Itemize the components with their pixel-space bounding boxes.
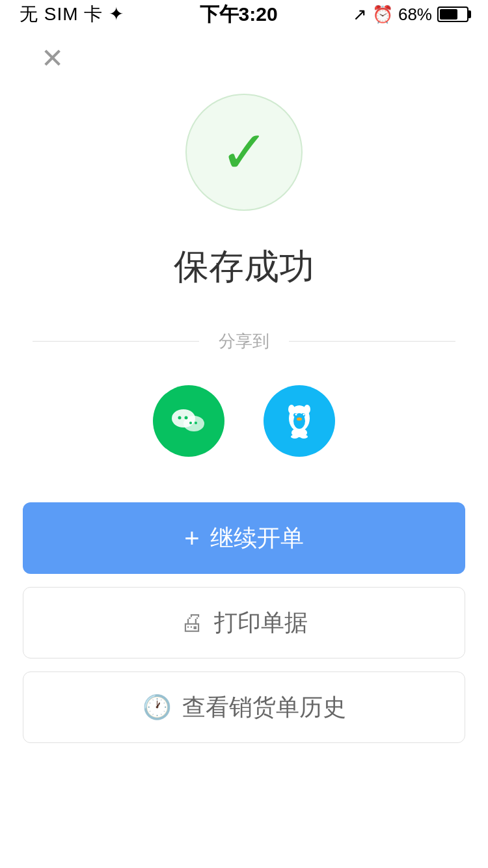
battery-tip [468,10,471,18]
status-time: 下午3:20 [200,1,278,28]
svg-point-4 [189,422,192,424]
svg-point-14 [303,414,305,416]
buttons-container: + 继续开单 🖨 打印单据 🕐 查看销货单历史 [23,502,465,743]
status-bar: 无 SIM 卡 ✦ 下午3:20 ↗ ⏰ 68% [0,0,488,29]
plus-icon: + [184,524,199,553]
success-title: 保存成功 [174,243,314,291]
battery-fill [440,9,457,20]
svg-point-13 [295,414,297,416]
svg-point-15 [297,418,302,421]
svg-point-2 [178,416,182,420]
close-icon: ✕ [41,45,64,72]
print-icon: 🖨 [180,609,204,636]
qq-share-button[interactable] [264,385,335,457]
print-button[interactable]: 🖨 打印单据 [23,587,465,658]
print-label: 打印单据 [214,607,308,639]
share-divider: 分享到 [33,330,455,353]
alarm-icon: ⏰ [372,5,393,25]
continue-order-button[interactable]: + 继续开单 [23,502,465,574]
close-button[interactable]: ✕ [33,39,72,78]
history-button[interactable]: 🕐 查看销货单历史 [23,671,465,743]
divider-line-right [289,341,455,342]
history-icon: 🕐 [142,694,172,721]
qq-icon [278,400,320,442]
success-circle: ✓ [185,94,303,211]
svg-point-9 [300,435,308,439]
status-right: ↗ ⏰ 68% [353,5,468,25]
svg-point-16 [288,405,295,414]
location-icon: ↗ [353,5,367,25]
checkmark-icon: ✓ [220,123,269,182]
wechat-share-button[interactable] [153,385,224,457]
svg-point-8 [291,435,299,439]
battery-percent: 68% [398,5,432,25]
status-left: 无 SIM 卡 ✦ [20,2,124,27]
share-label: 分享到 [199,330,289,353]
continue-order-label: 继续开单 [210,522,304,554]
wechat-icon [168,400,210,442]
divider-line-left [33,341,199,342]
battery-icon [437,7,468,22]
svg-point-3 [185,416,188,420]
svg-point-5 [195,422,197,424]
history-label: 查看销货单历史 [182,692,346,724]
main-content: ✓ 保存成功 分享到 [0,29,488,743]
share-icons [153,385,335,457]
svg-point-17 [304,405,310,414]
